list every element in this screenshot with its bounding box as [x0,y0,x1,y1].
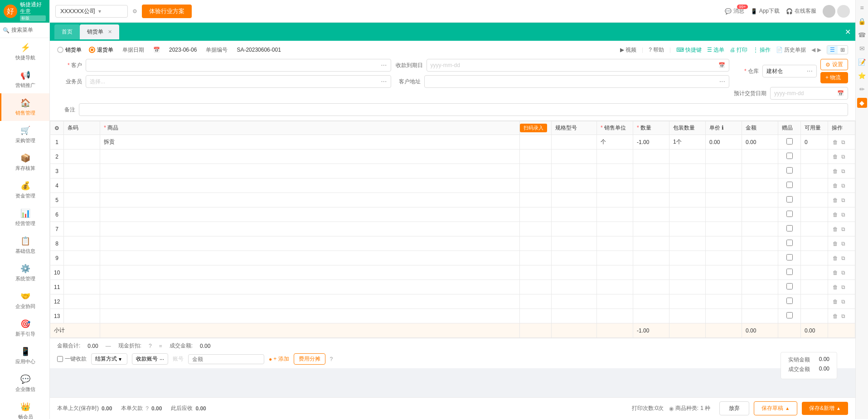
cell-product[interactable] [100,294,520,309]
cell-barcode[interactable] [64,309,100,323]
copy-icon[interactable]: ⧉ [841,197,845,203]
cell-pack-qty[interactable] [669,294,706,309]
expected-cal-icon[interactable]: 📅 [837,90,844,96]
cell-gift[interactable] [778,222,801,236]
add-payment-btn[interactable]: ● + 添加 [269,355,289,363]
copy-icon[interactable]: ⧉ [841,168,845,174]
delete-icon[interactable]: 🗑 [833,183,838,189]
company-selector[interactable]: XXXXXX公司 ▾ [55,5,128,18]
copy-icon[interactable]: ⧉ [841,226,845,232]
gear-settings[interactable]: ⚙ [132,8,137,14]
cell-gift[interactable] [778,149,801,164]
tab-sales-order[interactable]: 销货单 ✕ [80,24,119,39]
one-click-checkbox[interactable] [57,356,63,362]
rp-item-8[interactable]: ◆ [857,98,867,108]
toolbar-filter[interactable]: ☰ 选单 [707,46,724,54]
cell-unit[interactable]: 个 [597,135,633,149]
delete-icon[interactable]: 🗑 [833,168,838,174]
cell-unit-price[interactable] [706,193,742,207]
cell-barcode[interactable] [64,164,100,178]
cell-amount[interactable] [742,309,778,323]
cell-spec[interactable] [552,149,597,164]
warehouse-input[interactable]: 建材仓 ··· [762,65,817,77]
toolbar-shortcut[interactable]: ⌨ 快捷键 [676,46,702,54]
discard-btn[interactable]: 放弃 [719,401,749,415]
cell-pack-qty[interactable] [669,178,706,193]
cell-pack-qty[interactable] [669,164,706,178]
cell-barcode[interactable] [64,251,100,265]
cell-spec[interactable] [552,222,597,236]
cell-spec[interactable] [552,135,597,149]
cell-spec[interactable] [552,251,597,265]
cell-gift[interactable] [778,207,801,222]
cell-barcode[interactable] [64,236,100,251]
user-avatar2[interactable] [837,5,850,18]
cell-quantity[interactable] [633,251,669,265]
cell-barcode[interactable] [64,193,100,207]
nav-prev[interactable]: ◀ [811,47,815,53]
copy-icon[interactable]: ⧉ [841,299,845,305]
delete-icon[interactable]: 🗑 [833,241,838,247]
cell-quantity[interactable]: -1.00 [633,135,669,149]
cell-pack-qty[interactable] [669,222,706,236]
cell-spec[interactable] [552,207,597,222]
cell-product[interactable] [100,280,520,294]
delete-icon[interactable]: 🗑 [833,313,838,319]
delete-icon[interactable]: 🗑 [833,270,838,276]
cell-spec[interactable] [552,178,597,193]
cell-amount[interactable]: 0.00 [742,135,778,149]
cell-product[interactable] [100,236,520,251]
cell-product[interactable] [100,149,520,164]
cell-barcode[interactable] [64,265,100,280]
cell-gift[interactable] [778,280,801,294]
cell-product[interactable] [100,164,520,178]
cell-unit-price[interactable] [706,265,742,280]
payment-amount-input[interactable] [188,354,264,364]
sidebar-item-basic-info[interactable]: 📋基础信息 [0,231,49,259]
copy-icon[interactable]: ⧉ [841,183,845,189]
search-menu[interactable]: 🔍 搜索菜单 [0,23,49,38]
payment-cal-icon[interactable]: 📅 [718,62,725,68]
delete-icon[interactable]: 🗑 [833,212,838,218]
cell-spec[interactable] [552,193,597,207]
logistics-btn[interactable]: + 物流 [820,72,848,83]
cell-amount[interactable] [742,193,778,207]
cell-spec[interactable] [552,236,597,251]
cell-quantity[interactable] [633,222,669,236]
settings-btn[interactable]: ⚙ 设置 [820,59,848,70]
scan-btn[interactable]: 扫码录入 [520,124,547,132]
customer-input[interactable]: ··· [86,59,391,72]
cell-gift[interactable] [778,178,801,193]
account-input[interactable]: 收款账号 ··· [132,353,168,365]
payment-date-input[interactable]: yyyy-mm-dd 📅 [427,59,730,72]
sidebar-item-member[interactable]: 👑畅会员 [0,397,49,419]
cell-amount[interactable] [742,164,778,178]
cell-barcode[interactable] [64,294,100,309]
rp-item-3[interactable]: ☎ [857,30,867,40]
cell-pack-qty[interactable] [669,265,706,280]
sidebar-item-quick-nav[interactable]: ⚡快捷导航 [0,38,49,66]
cell-pack-qty[interactable] [669,193,706,207]
cell-unit[interactable] [597,265,633,280]
cell-unit[interactable] [597,309,633,323]
cell-pack-qty[interactable] [669,251,706,265]
cell-amount[interactable] [742,236,778,251]
cell-quantity[interactable] [633,280,669,294]
cell-unit[interactable] [597,149,633,164]
sidebar-item-sales[interactable]: 🏠销售管理 [0,93,49,121]
nav-next[interactable]: ▶ [817,47,821,53]
cell-unit-price[interactable] [706,309,742,323]
expense-split-btn[interactable]: 费用分摊 [294,353,325,365]
cell-unit-price[interactable] [706,207,742,222]
cell-unit[interactable] [597,164,633,178]
sidebar-item-appstore[interactable]: 📱应用中心 [0,342,49,370]
user-avatar[interactable] [823,5,835,18]
cell-gift[interactable] [778,294,801,309]
cell-amount[interactable] [742,251,778,265]
expected-date-input[interactable]: yyyy-mm-dd 📅 [770,87,848,100]
cell-quantity[interactable] [633,265,669,280]
cell-product[interactable] [100,193,520,207]
rp-item-7[interactable]: ✏ [857,84,867,94]
cell-quantity[interactable] [633,207,669,222]
cell-product[interactable] [100,222,520,236]
